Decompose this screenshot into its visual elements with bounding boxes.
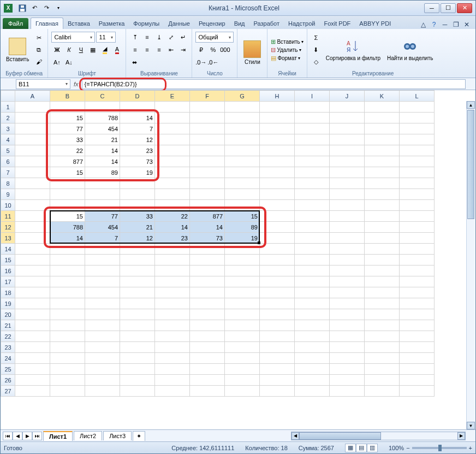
cell-G20[interactable] bbox=[225, 309, 260, 320]
cell-I13[interactable] bbox=[295, 233, 330, 244]
cell-D20[interactable] bbox=[120, 309, 155, 320]
row-header-11[interactable]: 11 bbox=[1, 211, 15, 222]
col-header-L[interactable]: L bbox=[400, 91, 435, 102]
cell-G13[interactable]: 19 bbox=[225, 233, 260, 244]
zoom-slider[interactable] bbox=[412, 447, 467, 449]
cell-A1[interactable] bbox=[15, 102, 50, 113]
hscroll-thumb[interactable] bbox=[299, 432, 381, 440]
cell-J25[interactable] bbox=[330, 364, 365, 375]
cell-H11[interactable] bbox=[260, 211, 295, 222]
cell-D27[interactable] bbox=[120, 386, 155, 397]
cell-F19[interactable] bbox=[190, 298, 225, 309]
cell-A2[interactable] bbox=[15, 113, 50, 123]
cell-F21[interactable] bbox=[190, 320, 225, 331]
row-header-27[interactable]: 27 bbox=[1, 386, 15, 397]
cell-F6[interactable] bbox=[190, 156, 225, 167]
col-header-I[interactable]: I bbox=[295, 91, 330, 102]
zoom-in-button[interactable]: + bbox=[469, 445, 472, 451]
cell-K12[interactable] bbox=[365, 222, 400, 233]
cell-I10[interactable] bbox=[295, 200, 330, 211]
col-header-C[interactable]: C bbox=[85, 91, 120, 102]
cell-F18[interactable] bbox=[190, 287, 225, 298]
cell-I7[interactable] bbox=[295, 167, 330, 178]
cell-I14[interactable] bbox=[295, 244, 330, 255]
cell-A14[interactable] bbox=[15, 244, 50, 255]
scroll-up-button[interactable]: ▲ bbox=[467, 101, 475, 109]
sheet-tab-1[interactable]: Лист1 bbox=[43, 431, 73, 441]
cell-B8[interactable] bbox=[50, 178, 85, 189]
cell-L16[interactable] bbox=[400, 266, 435, 276]
cell-B2[interactable]: 15 bbox=[50, 113, 85, 123]
cell-D6[interactable]: 73 bbox=[120, 156, 155, 167]
cell-B14[interactable] bbox=[50, 244, 85, 255]
cell-D12[interactable]: 21 bbox=[120, 222, 155, 233]
cell-E20[interactable] bbox=[155, 309, 190, 320]
cell-I25[interactable] bbox=[295, 364, 330, 375]
zoom-out-button[interactable]: − bbox=[406, 445, 409, 451]
row-header-6[interactable]: 6 bbox=[1, 156, 15, 167]
row-header-5[interactable]: 5 bbox=[1, 145, 15, 156]
cell-C2[interactable]: 788 bbox=[85, 113, 120, 123]
cell-B21[interactable] bbox=[50, 320, 85, 331]
cell-L9[interactable] bbox=[400, 189, 435, 200]
cell-C14[interactable] bbox=[85, 244, 120, 255]
cell-L12[interactable] bbox=[400, 222, 435, 233]
cell-F16[interactable] bbox=[190, 266, 225, 276]
cell-K15[interactable] bbox=[365, 255, 400, 266]
cell-H17[interactable] bbox=[260, 276, 295, 287]
col-header-F[interactable]: F bbox=[190, 91, 225, 102]
cell-D18[interactable] bbox=[120, 287, 155, 298]
cell-H23[interactable] bbox=[260, 342, 295, 353]
scroll-down-button[interactable]: ▼ bbox=[467, 422, 475, 429]
cell-H22[interactable] bbox=[260, 331, 295, 342]
cell-A27[interactable] bbox=[15, 386, 50, 397]
qat-undo-button[interactable]: ↶ bbox=[29, 3, 40, 14]
row-header-25[interactable]: 25 bbox=[1, 364, 15, 375]
cell-L6[interactable] bbox=[400, 156, 435, 167]
cell-G1[interactable] bbox=[225, 102, 260, 113]
orientation-button[interactable]: ⤢ bbox=[165, 32, 176, 43]
cell-C11[interactable]: 77 bbox=[85, 211, 120, 222]
cell-K8[interactable] bbox=[365, 178, 400, 189]
cell-J17[interactable] bbox=[330, 276, 365, 287]
cell-C3[interactable]: 454 bbox=[85, 123, 120, 134]
cell-E1[interactable] bbox=[155, 102, 190, 113]
cell-L7[interactable] bbox=[400, 167, 435, 178]
cell-H19[interactable] bbox=[260, 298, 295, 309]
cell-K27[interactable] bbox=[365, 386, 400, 397]
row-header-8[interactable]: 8 bbox=[1, 178, 15, 189]
qat-redo-button[interactable]: ↷ bbox=[41, 3, 52, 14]
cell-H6[interactable] bbox=[260, 156, 295, 167]
cell-B27[interactable] bbox=[50, 386, 85, 397]
cell-L26[interactable] bbox=[400, 375, 435, 386]
cell-A21[interactable] bbox=[15, 320, 50, 331]
cell-J20[interactable] bbox=[330, 309, 365, 320]
cell-J12[interactable] bbox=[330, 222, 365, 233]
cell-E9[interactable] bbox=[155, 189, 190, 200]
cell-F11[interactable]: 877 bbox=[190, 211, 225, 222]
cell-C4[interactable]: 21 bbox=[85, 134, 120, 145]
cell-H14[interactable] bbox=[260, 244, 295, 255]
row-header-4[interactable]: 4 bbox=[1, 134, 15, 145]
cell-E14[interactable] bbox=[155, 244, 190, 255]
tab-data[interactable]: Данные bbox=[164, 18, 194, 29]
increase-indent-button[interactable]: ⇥ bbox=[177, 44, 188, 55]
cell-D8[interactable] bbox=[120, 178, 155, 189]
cell-G25[interactable] bbox=[225, 364, 260, 375]
cell-B9[interactable] bbox=[50, 189, 85, 200]
cell-K16[interactable] bbox=[365, 266, 400, 276]
cell-F1[interactable] bbox=[190, 102, 225, 113]
row-header-23[interactable]: 23 bbox=[1, 342, 15, 353]
sheet-tab-2[interactable]: Лист2 bbox=[74, 431, 102, 440]
align-left-button[interactable]: ≡ bbox=[129, 44, 140, 55]
cell-D5[interactable]: 23 bbox=[120, 145, 155, 156]
cell-H13[interactable] bbox=[260, 233, 295, 244]
row-header-7[interactable]: 7 bbox=[1, 167, 15, 178]
cell-B4[interactable]: 33 bbox=[50, 134, 85, 145]
cell-H18[interactable] bbox=[260, 287, 295, 298]
cell-C19[interactable] bbox=[85, 298, 120, 309]
cell-D22[interactable] bbox=[120, 331, 155, 342]
cell-J6[interactable] bbox=[330, 156, 365, 167]
cell-H5[interactable] bbox=[260, 145, 295, 156]
cell-J9[interactable] bbox=[330, 189, 365, 200]
